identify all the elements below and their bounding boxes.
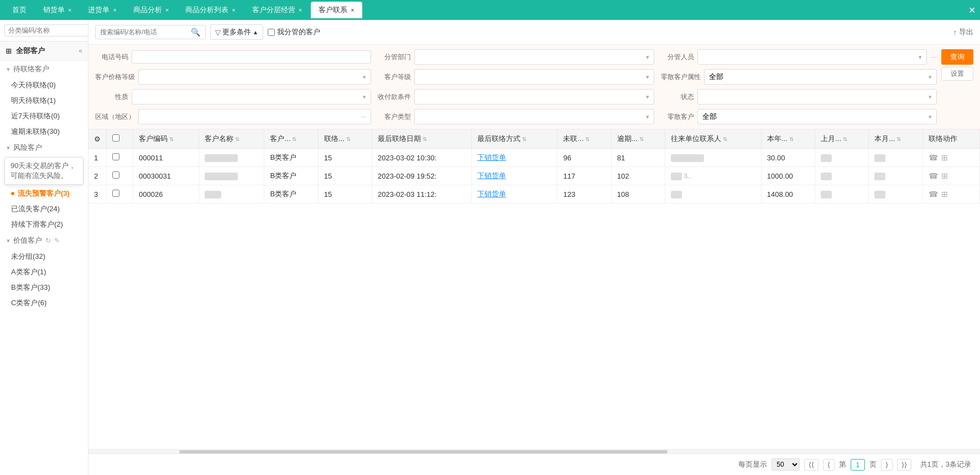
collapse-sidebar-btn[interactable]: « xyxy=(79,47,82,55)
sidebar-item-churn-warning[interactable]: 流失预警客户(3) xyxy=(0,186,88,201)
filter-select-manager[interactable]: ▾ xyxy=(697,49,927,65)
row3-this-month xyxy=(869,185,922,203)
tab-sales[interactable]: 销货单 × xyxy=(35,2,79,18)
scroll-track[interactable] xyxy=(88,449,980,453)
close-purchase-tab[interactable]: × xyxy=(113,7,116,13)
sidebar-group-pending[interactable]: ▼ 待联络客户 xyxy=(0,61,88,77)
settings-button[interactable]: 设置 xyxy=(941,67,973,81)
col-contact2[interactable]: 往来单位联系人 ⇅ xyxy=(665,129,762,149)
col-last-method[interactable]: 最后联络方式 ⇅ xyxy=(471,129,557,149)
query-button[interactable]: 查询 xyxy=(941,49,973,65)
col-type[interactable]: 客户... ⇅ xyxy=(264,129,318,149)
prev-page-btn[interactable]: ⟨ xyxy=(823,459,835,471)
tab-home[interactable]: 首页 xyxy=(4,2,34,18)
sidebar-item-declining[interactable]: 持续下滑客户(2) xyxy=(0,217,88,232)
row3-more-action-icon[interactable]: ⊞ xyxy=(941,190,948,199)
next-page-btn[interactable]: ⟩ xyxy=(881,459,893,471)
tab-analysis-list[interactable]: 商品分析列表 × xyxy=(178,2,243,18)
col-code[interactable]: 客户编码 ⇅ xyxy=(133,129,199,149)
my-customer-checkbox[interactable] xyxy=(268,29,275,36)
tab-customer-contact[interactable]: 客户联系 × xyxy=(311,2,362,18)
gear-icon[interactable]: ⚙ xyxy=(94,135,101,143)
col-this-month[interactable]: 本月... ⇅ xyxy=(869,129,922,149)
search-icon[interactable]: 🔍 xyxy=(191,28,200,36)
all-customers-item[interactable]: ⊞ 全部客户 « xyxy=(0,41,88,61)
edit-icon[interactable]: ✎ xyxy=(54,237,60,244)
row3-last-method[interactable]: 下销货单 xyxy=(471,185,557,203)
filter-more-manager[interactable]: ··· xyxy=(931,53,937,61)
sidebar-item-ungrouped[interactable]: 未分组(32) xyxy=(0,249,88,264)
sidebar-item-7days[interactable]: 近7天待联络(0) xyxy=(0,108,88,124)
row1-contact-action-icon[interactable]: ☎ xyxy=(929,153,938,162)
close-analysis-tab[interactable]: × xyxy=(165,7,169,13)
row1-checkbox-cell xyxy=(107,149,133,167)
total-label: 共1页，3条记录 xyxy=(920,460,971,469)
scroll-thumb[interactable] xyxy=(179,450,667,453)
col-last-date[interactable]: 最后联络日期 ⇅ xyxy=(372,129,472,149)
row1-more-action-icon[interactable]: ⊞ xyxy=(941,153,948,162)
sidebar-item-today[interactable]: 今天待联络(0) xyxy=(0,77,88,93)
filter-select-region[interactable]: ··· xyxy=(138,109,371,124)
close-customer-contact-tab[interactable]: × xyxy=(351,7,354,13)
filter-select-dept[interactable]: ▾ xyxy=(414,49,654,65)
col-uncontacted[interactable]: 未联... ⇅ xyxy=(557,129,611,149)
refresh-icon[interactable]: ↻ xyxy=(45,237,51,244)
page-num-label: 第 xyxy=(839,460,846,469)
filter-select-nature[interactable]: ▾ xyxy=(132,89,371,105)
tab-purchase[interactable]: 进货单 × xyxy=(80,2,124,18)
tab-analysis[interactable]: 商品分析 × xyxy=(126,2,176,18)
col-contact[interactable]: 联络... ⇅ xyxy=(318,129,372,149)
export-btn[interactable]: ↑ 导出 xyxy=(953,27,974,37)
row3-checkbox[interactable] xyxy=(112,190,119,197)
row2-more-action-icon[interactable]: ⊞ xyxy=(941,171,948,180)
close-all-icon[interactable]: ✕ xyxy=(968,5,976,15)
row2-contact-action-icon[interactable]: ☎ xyxy=(929,171,938,180)
filter-select-customer-type[interactable]: ▾ xyxy=(414,109,654,124)
filter-field-dept: 分管部门 ▾ xyxy=(378,49,654,65)
row3-contact-action-icon[interactable]: ☎ xyxy=(929,190,938,199)
sidebar-group-value[interactable]: ▼ 价值客户 ↻ ✎ xyxy=(0,232,88,249)
row1-last-method[interactable]: 下销货单 xyxy=(471,149,557,167)
content-area: 🔍 ▽ 更多条件 ▲ 我分管的客户 ↑ 导出 xyxy=(88,20,980,475)
sidebar-item-b-class[interactable]: B类客户(33) xyxy=(0,280,88,295)
filter-select-payment[interactable]: ▾ xyxy=(414,89,654,105)
filter-select-retail-attr[interactable]: 全部 ▾ xyxy=(704,69,937,85)
sidebar-item-a-class[interactable]: A类客户(1) xyxy=(0,264,88,280)
filter-btn[interactable]: ▽ 更多条件 ▲ xyxy=(210,24,263,40)
row1-uncontacted: 96 xyxy=(557,149,611,167)
sidebar-item-overdue[interactable]: 逾期未联络(30) xyxy=(0,124,88,139)
close-sales-tab[interactable]: × xyxy=(68,7,71,13)
sidebar-item-tomorrow[interactable]: 明天待联络(1) xyxy=(0,93,88,108)
risk-tooltip: 90天未交易的客户，可能有流失风险。 xyxy=(4,157,84,185)
my-customer-checkbox-label[interactable]: 我分管的客户 xyxy=(268,27,320,37)
filter-select-retail[interactable]: 全部 ▾ xyxy=(697,109,937,124)
select-all-checkbox[interactable] xyxy=(112,134,119,142)
col-name[interactable]: 客户名称 ⇅ xyxy=(199,129,264,149)
col-overdue[interactable]: 逾期... ⇅ xyxy=(611,129,665,149)
sidebar-search-input[interactable] xyxy=(4,24,88,36)
sidebar-item-churned[interactable]: 已流失客户(24) xyxy=(0,201,88,217)
col-last-month[interactable]: 上月... ⇅ xyxy=(815,129,869,149)
first-page-btn[interactable]: ⟨⟨ xyxy=(804,459,819,471)
filter-input-phone[interactable] xyxy=(132,50,371,64)
filter-row-4: 区域（地区） ··· 客户类型 ▾ xyxy=(95,109,937,124)
tab-customer-segment[interactable]: 客户分层经营 × xyxy=(244,2,310,18)
page-size-select[interactable]: 50 100 200 xyxy=(772,458,800,471)
filter-select-status[interactable]: ▾ xyxy=(697,89,937,105)
row2-overdue: 102 xyxy=(611,167,665,185)
col-this-year[interactable]: 本年... ⇅ xyxy=(761,129,815,149)
close-analysis-list-tab[interactable]: × xyxy=(232,7,235,13)
arrow-icon-dept: ▾ xyxy=(646,54,649,61)
sidebar-group-risk[interactable]: ▼ 风险客户 xyxy=(0,139,88,156)
filter-more-region[interactable]: ··· xyxy=(361,113,366,121)
search-input[interactable] xyxy=(100,28,189,36)
filter-label-region: 区域（地区） xyxy=(95,112,135,122)
last-page-btn[interactable]: ⟩⟩ xyxy=(897,459,911,471)
filter-select-customer-grade[interactable]: ▾ xyxy=(414,69,654,85)
sidebar-item-c-class[interactable]: C类客户(6) xyxy=(0,295,88,311)
row2-last-method[interactable]: 下销货单 xyxy=(471,167,557,185)
filter-select-price-grade[interactable]: ▾ xyxy=(138,69,371,85)
row1-checkbox[interactable] xyxy=(112,153,119,160)
close-customer-segment-tab[interactable]: × xyxy=(299,7,302,13)
row2-checkbox[interactable] xyxy=(112,171,119,179)
